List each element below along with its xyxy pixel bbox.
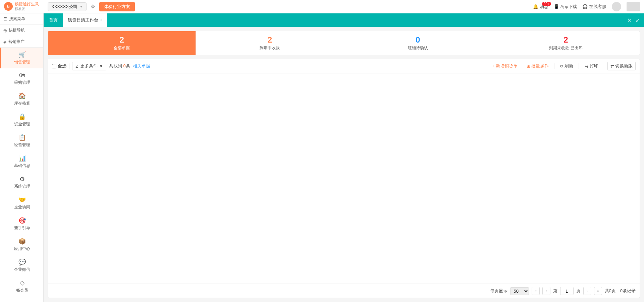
message-badge: 99+ [542, 2, 551, 6]
sidebar-item-guide[interactable]: 🎯 新手引导 [0, 214, 43, 234]
user-avatar[interactable] [612, 2, 621, 11]
batch-icon: ⊞ [527, 64, 530, 69]
prev-page-btn[interactable]: ‹ [542, 287, 550, 295]
logo-area: 6 畅捷通好生意 标准版 [4, 2, 48, 11]
search-icon: ☰ [3, 17, 7, 21]
user-name-area[interactable] [627, 2, 640, 11]
search-menu-btn[interactable]: ☰ 搜索菜单 [0, 13, 43, 25]
last-page-btn[interactable]: » [594, 287, 602, 295]
switch-btn[interactable]: ⇄ 切换新版 [607, 62, 636, 70]
divider-3 [554, 63, 554, 69]
sidebar-item-purchase[interactable]: 🛍 采购管理 [0, 68, 43, 89]
first-page-btn[interactable]: « [532, 287, 540, 295]
sidebar-item-member[interactable]: ◇ 畅会员 [0, 276, 43, 297]
sidebar-item-appstore[interactable]: 📦 应用中心 [0, 234, 43, 255]
guide-icon: 🎯 [18, 217, 26, 224]
sidebar-item-label-collab: 企业协同 [14, 204, 30, 210]
more-filter-btn[interactable]: ⊿ 更多条件 ▼ [72, 62, 106, 70]
print-label: 打印 [590, 63, 598, 69]
per-page-select[interactable]: 50 100 200 [510, 287, 529, 295]
tab-close-btn[interactable]: × [100, 18, 103, 22]
sidebar-item-sales[interactable]: 🛒 销售管理 [0, 48, 43, 68]
select-all-label: 全选 [58, 63, 66, 69]
tab-home[interactable]: 首页 [44, 13, 63, 27]
sidebar-item-basic[interactable]: 📊 基础信息 [0, 151, 43, 172]
refresh-btn[interactable]: ↻ 刷新 [558, 62, 575, 70]
card-num-wangpu: 0 [416, 35, 420, 45]
sidebar-item-label-operation: 经营管理 [14, 142, 30, 148]
settings-button[interactable]: ⚙ [89, 2, 97, 11]
print-btn[interactable]: 🖨 打印 [582, 62, 600, 70]
sidebar-item-fund[interactable]: 🔒 资金管理 [0, 110, 43, 130]
marketing-btn[interactable]: ◈ 营销推广 [0, 36, 43, 48]
related-link[interactable]: 相关单据 [133, 63, 150, 69]
chevron-down-icon: ▼ [79, 5, 83, 8]
page-content: 2 全部单据 2 到期未收款 0 旺铺待确认 2 到期未收款 已出库 [44, 27, 644, 302]
sidebar-item-label-guide: 新手引导 [14, 225, 30, 231]
page-input[interactable]: 1 [560, 287, 574, 295]
select-all-input[interactable] [52, 64, 56, 68]
purchase-icon: 🛍 [19, 72, 25, 79]
online-service-label: 在线客服 [589, 4, 606, 10]
select-all-checkbox[interactable]: 全选 [52, 63, 66, 69]
card-label-wangpu: 旺铺待确认 [408, 45, 428, 51]
toolbar-right: + 新增销货单 ⊞ 批量操作 ↻ 刷新 🖨 打印 [492, 62, 636, 70]
sidebar-item-label-basic: 基础信息 [14, 163, 30, 169]
card-all[interactable]: 2 全部单据 [48, 31, 196, 55]
basic-icon: 📊 [18, 155, 26, 162]
sidebar-item-operation[interactable]: 📋 经营管理 [0, 130, 43, 151]
headset-icon: 🎧 [582, 4, 588, 9]
tab-qhrc[interactable]: 钱货日清工作台 × [63, 13, 107, 27]
print-icon: 🖨 [584, 64, 589, 69]
next-page-btn[interactable]: › [583, 287, 591, 295]
batch-label: 批量操作 [531, 63, 549, 69]
sidebar-item-inventory[interactable]: 🏠 库存核算 [0, 89, 43, 110]
app-download-btn[interactable]: 📱 App下载 [554, 4, 577, 10]
app-download-label: App下载 [560, 4, 577, 10]
quick-nav-label: 快捷导航 [9, 27, 25, 33]
card-wangpu[interactable]: 0 旺铺待确认 [344, 31, 492, 55]
switch-label: 切换新版 [615, 63, 633, 69]
divider-2 [521, 63, 521, 69]
toolbar: 全选 ⊿ 更多条件 ▼ 共找到 0条 相关单据 + 新增销货单 ⊞ [48, 59, 640, 73]
card-overdue-shipped[interactable]: 2 到期未收款 已出库 [492, 31, 640, 55]
tab-minimize-btn[interactable]: ✕ [626, 16, 633, 25]
sidebar-item-wechat[interactable]: 💬 企业微信 [0, 255, 43, 276]
card-num-overdue: 2 [268, 35, 272, 45]
tab-label: 钱货日清工作台 [68, 17, 98, 23]
company-selector[interactable]: XXXXXX公司 ▼ [48, 2, 87, 11]
card-num-all: 2 [119, 35, 124, 45]
new-sale-btn[interactable]: + 新增销货单 [492, 63, 518, 69]
bell-icon: 🔔 [533, 4, 538, 9]
refresh-label: 刷新 [565, 63, 573, 69]
card-num-overdue-shipped: 2 [564, 35, 568, 45]
sidebar-item-label-appstore: 应用中心 [14, 246, 30, 252]
marketing-label: 营销推广 [8, 39, 24, 45]
phone-icon: 📱 [554, 4, 559, 9]
top-bar: 6 畅捷通好生意 标准版 XXXXXX公司 ▼ ⚙ 体验行业方案 🔔 消息 99… [0, 0, 644, 13]
member-icon: ◇ [20, 279, 24, 287]
card-overdue[interactable]: 2 到期未收款 [196, 31, 344, 55]
message-btn[interactable]: 🔔 消息 99+ [533, 4, 548, 10]
inventory-icon: 🏠 [18, 92, 26, 100]
online-service-btn[interactable]: 🎧 在线客服 [582, 4, 606, 10]
marketing-icon: ◈ [3, 40, 6, 44]
divider-1 [69, 63, 69, 69]
search-menu-label: 搜索菜单 [9, 16, 25, 22]
sidebar-item-collab[interactable]: 🤝 企业协同 [0, 193, 43, 214]
per-page-label: 每页显示 [490, 288, 507, 294]
sidebar-item-system[interactable]: ⚙ 系统管理 [0, 172, 43, 193]
batch-btn[interactable]: ⊞ 批量操作 [525, 62, 551, 70]
nav-icon: ◎ [3, 28, 7, 33]
tab-actions: ✕ ⤢ [626, 16, 644, 25]
sidebar-item-label-fund: 资金管理 [14, 121, 30, 127]
tab-bar: 首页 钱货日清工作台 × ✕ ⤢ [44, 13, 644, 27]
found-num: 0 [123, 63, 126, 68]
divider-5 [604, 63, 604, 69]
trial-button[interactable]: 体验行业方案 [99, 2, 135, 11]
found-text: 共找到 0条 [109, 63, 130, 69]
sidebar-item-label-wechat: 企业微信 [14, 267, 30, 273]
divider-4 [579, 63, 579, 69]
tab-maximize-btn[interactable]: ⤢ [634, 16, 641, 25]
quick-nav-btn[interactable]: ◎ 快捷导航 [0, 25, 43, 36]
